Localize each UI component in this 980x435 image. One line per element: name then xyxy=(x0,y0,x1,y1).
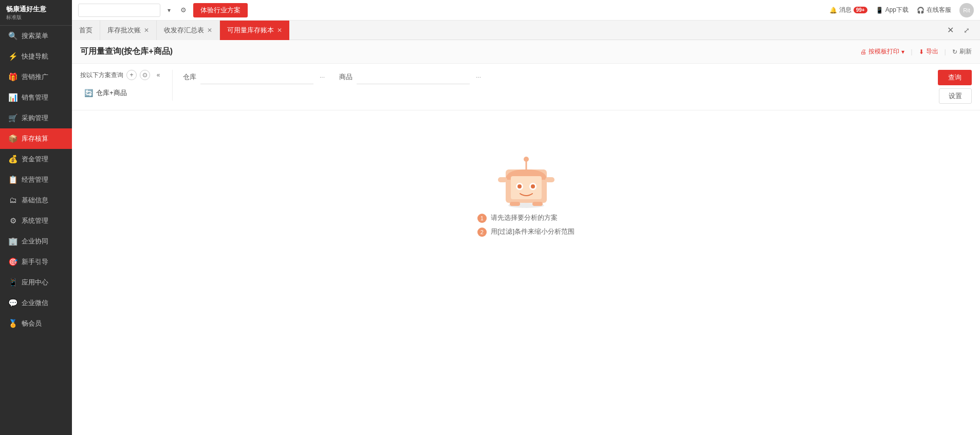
sidebar-label-enterprise: 企业协同 xyxy=(22,237,48,246)
query-scheme-header: 按以下方案查询 + ⊙ « xyxy=(80,70,164,80)
refresh-circle-icon: 🔄 xyxy=(84,89,93,97)
tab-batch-account-close[interactable]: ✕ xyxy=(144,27,149,34)
tabbar-expand-btn[interactable]: ⤢ xyxy=(959,23,974,37)
settings-circle-icon: ⊙ xyxy=(142,71,147,79)
tab-available-ledger[interactable]: 可用量库存账本 ✕ xyxy=(220,21,289,40)
sidebar-label-shortcut: 快捷导航 xyxy=(22,52,48,61)
money-icon: 💰 xyxy=(8,155,17,164)
tabbar-actions: ✕ ⤢ xyxy=(943,23,976,37)
settings-icon[interactable]: ⚙ xyxy=(178,5,189,16)
export-btn[interactable]: ⬇ 导出 xyxy=(919,47,938,56)
sidebar-label-operations: 经营管理 xyxy=(22,175,48,184)
topbar: ▾ ⚙ 体验行业方案 🔔 消息 99+ 📱 App下载 🎧 在线客服 Rit xyxy=(72,0,980,21)
tab-batch-account[interactable]: 库存批次账 ✕ xyxy=(100,21,157,40)
empty-svg-illustration xyxy=(495,152,557,208)
collapse-scheme-btn[interactable]: « xyxy=(153,70,163,80)
app-download-btn[interactable]: 📱 App下载 xyxy=(876,6,909,14)
scheme-item-warehouse-product[interactable]: 🔄 仓库+商品 xyxy=(80,85,164,101)
empty-state: 1 请先选择要分析的方案 2 用[过滤]条件来缩小分析范围 xyxy=(72,110,980,268)
hint-num-2: 2 xyxy=(477,228,487,237)
sidebar-label-guide: 新手引导 xyxy=(22,257,48,267)
tab-available-ledger-close[interactable]: ✕ xyxy=(277,27,282,34)
sidebar-item-inventory[interactable]: 📦 库存核算 xyxy=(0,128,72,149)
lightning-icon: ⚡ xyxy=(8,52,17,61)
target-icon: 🎯 xyxy=(8,257,17,267)
divider1: | xyxy=(911,48,912,55)
sidebar-item-shortcut[interactable]: ⚡ 快捷导航 xyxy=(0,46,72,67)
topbar-search-input[interactable] xyxy=(78,4,160,17)
query-field-warehouse: 仓库 ··· xyxy=(183,70,327,84)
topbar-right: 🔔 消息 99+ 📱 App下载 🎧 在线客服 Rit xyxy=(829,3,974,17)
sidebar-item-marketing[interactable]: 🎁 营销推广 xyxy=(0,67,72,87)
sidebar-item-basic[interactable]: 🗂 基础信息 xyxy=(0,190,72,211)
tab-home-label: 首页 xyxy=(79,26,93,35)
sidebar-item-guide[interactable]: 🎯 新手引导 xyxy=(0,252,72,272)
warehouse-input[interactable] xyxy=(200,70,313,84)
folder-icon: 🗂 xyxy=(8,196,17,204)
print-btn[interactable]: 🖨 按模板打印 ▾ xyxy=(860,47,904,56)
sidebar-nav: 🔍 搜索菜单 ⚡ 快捷导航 🎁 营销推广 📊 销售管理 🛒 采购管理 📦 库存核… xyxy=(0,26,72,435)
tab-recv-summary-label: 收发存汇总表 xyxy=(164,26,204,35)
sidebar-item-system[interactable]: ⚙ 系统管理 xyxy=(0,211,72,231)
user-avatar[interactable]: Rit xyxy=(959,3,974,17)
medal-icon: 🏅 xyxy=(8,319,17,328)
refresh-icon: ↻ xyxy=(952,48,957,55)
product-label: 商品 xyxy=(339,72,353,82)
sidebar-item-operations[interactable]: 📋 经营管理 xyxy=(0,169,72,190)
sidebar-label-system: 系统管理 xyxy=(22,216,48,225)
scheme-item-label: 仓库+商品 xyxy=(96,88,127,98)
sidebar-label-finance: 资金管理 xyxy=(22,155,48,164)
warehouse-label: 仓库 xyxy=(183,72,196,82)
page-header: 可用量查询(按仓库+商品) 🖨 按模板打印 ▾ | ⬇ 导出 | ↻ 刷新 xyxy=(72,40,980,64)
user-name-short: Rit xyxy=(963,7,970,13)
chat-icon: 💬 xyxy=(8,298,17,308)
headset-icon: 🎧 xyxy=(917,7,924,14)
page-header-actions: 🖨 按模板打印 ▾ | ⬇ 导出 | ↻ 刷新 xyxy=(860,47,972,56)
printer-icon: 🖨 xyxy=(860,48,866,55)
edit-scheme-btn[interactable]: ⊙ xyxy=(140,70,150,80)
sidebar-item-sales[interactable]: 📊 销售管理 xyxy=(0,87,72,108)
hint-num-1: 1 xyxy=(477,214,487,223)
svg-rect-10 xyxy=(545,177,554,182)
sidebar-item-vip[interactable]: 🏅 畅会员 xyxy=(0,313,72,334)
sidebar-item-finance[interactable]: 💰 资金管理 xyxy=(0,149,72,169)
query-submit-btn[interactable]: 查询 xyxy=(938,70,972,85)
export-label: 导出 xyxy=(926,47,938,56)
sidebar-label-marketing: 营销推广 xyxy=(22,72,48,82)
sidebar-item-purchase[interactable]: 🛒 采购管理 xyxy=(0,108,72,128)
tab-recv-summary-close[interactable]: ✕ xyxy=(207,27,212,34)
add-scheme-btn[interactable]: + xyxy=(126,70,137,80)
product-more-btn[interactable]: ··· xyxy=(474,73,483,81)
empty-hint-1: 1 请先选择要分析的方案 xyxy=(477,213,558,223)
sidebar-label-sales: 销售管理 xyxy=(22,93,48,102)
empty-hint-1-text: 请先选择要分析的方案 xyxy=(491,213,558,222)
empty-hint-2: 2 用[过滤]条件来缩小分析范围 xyxy=(477,227,575,237)
main-content: ▾ ⚙ 体验行业方案 🔔 消息 99+ 📱 App下载 🎧 在线客服 Rit xyxy=(72,0,980,435)
customer-service-btn[interactable]: 🎧 在线客服 xyxy=(917,6,951,14)
tab-batch-account-label: 库存批次账 xyxy=(107,26,141,35)
query-field-product: 商品 ··· xyxy=(339,70,483,84)
tab-recv-summary[interactable]: 收发存汇总表 ✕ xyxy=(157,21,220,40)
warehouse-more-btn[interactable]: ··· xyxy=(318,73,327,81)
svg-rect-12 xyxy=(532,202,543,206)
topbar-search-area: ▾ ⚙ xyxy=(78,4,189,17)
sidebar-item-app-center[interactable]: 📱 应用中心 xyxy=(0,272,72,293)
industry-btn[interactable]: 体验行业方案 xyxy=(193,3,248,17)
sidebar-item-search[interactable]: 🔍 搜索菜单 xyxy=(0,26,72,46)
gift-icon: 🎁 xyxy=(8,72,17,82)
tabbar: 首页 库存批次账 ✕ 收发存汇总表 ✕ 可用量库存账本 ✕ ✕ ⤢ xyxy=(72,21,980,40)
cart-icon: 🛒 xyxy=(8,114,17,123)
query-settings-btn[interactable]: 设置 xyxy=(939,88,972,104)
product-input[interactable] xyxy=(357,70,470,84)
sidebar-item-enterprise[interactable]: 🏢 企业协同 xyxy=(0,231,72,252)
dropdown-icon[interactable]: ▾ xyxy=(163,5,175,16)
sidebar-item-wechat[interactable]: 💬 企业微信 xyxy=(0,293,72,313)
tabbar-close-all-btn[interactable]: ✕ xyxy=(943,23,957,37)
bell-icon: 🔔 xyxy=(829,7,837,14)
refresh-btn[interactable]: ↻ 刷新 xyxy=(952,47,972,56)
svg-point-6 xyxy=(531,184,535,188)
sidebar-label-wechat: 企业微信 xyxy=(22,298,48,308)
tab-home[interactable]: 首页 xyxy=(72,21,100,40)
page-content: 可用量查询(按仓库+商品) 🖨 按模板打印 ▾ | ⬇ 导出 | ↻ 刷新 xyxy=(72,40,980,435)
message-btn[interactable]: 🔔 消息 99+ xyxy=(829,6,867,14)
